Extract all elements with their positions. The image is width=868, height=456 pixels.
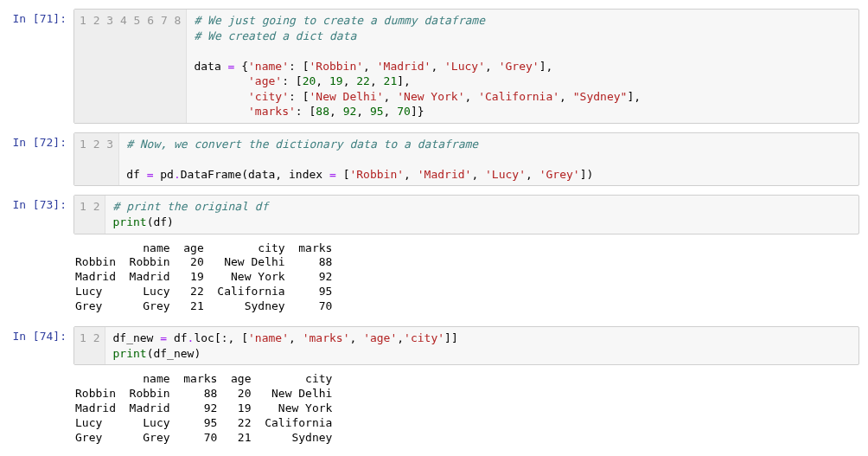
code-input-area[interactable]: 1 2 3 4 5 6 7 8 # We just going to creat… [73,9,859,124]
output-prompt-spacer [0,236,73,321]
code-input-area[interactable]: 1 2 3 # Now, we convert the dictionary d… [73,132,859,187]
code-editor[interactable]: # Now, we convert the dictionary data to… [119,133,858,186]
code-cell: In [74]: 1 2 df_new = df.loc[:, ['name',… [0,326,868,365]
line-number-gutter: 1 2 3 [74,133,119,186]
code-cell: In [72]: 1 2 3 # Now, we convert the dic… [0,132,868,187]
line-number-gutter: 1 2 3 4 5 6 7 8 [74,10,187,123]
code-editor[interactable]: # We just going to create a dummy datafr… [187,10,858,123]
input-prompt: In [73]: [0,195,73,234]
input-prompt: In [71]: [0,9,73,124]
input-prompt: In [74]: [0,326,73,365]
input-prompt: In [72]: [0,132,73,187]
code-cell: In [73]: 1 2 # print the original df pri… [0,195,868,234]
output-cell: name marks age city Robbin Robbin 88 20 … [0,367,868,452]
code-cell: In [71]: 1 2 3 4 5 6 7 8 # We just going… [0,9,868,124]
code-input-area[interactable]: 1 2 # print the original df print(df) [73,195,859,234]
output-cell: name age city marks Robbin Robbin 20 New… [0,236,868,321]
code-input-area[interactable]: 1 2 df_new = df.loc[:, ['name', 'marks',… [73,326,859,365]
line-number-gutter: 1 2 [74,327,105,364]
notebook: In [71]: 1 2 3 4 5 6 7 8 # We just going… [0,9,868,453]
stdout-output: name age city marks Robbin Robbin 20 New… [73,236,334,321]
output-prompt-spacer [0,367,73,452]
code-editor[interactable]: # print the original df print(df) [105,196,858,233]
stdout-output: name marks age city Robbin Robbin 88 20 … [73,367,334,452]
line-number-gutter: 1 2 [74,196,105,233]
code-editor[interactable]: df_new = df.loc[:, ['name', 'marks', 'ag… [105,327,858,364]
